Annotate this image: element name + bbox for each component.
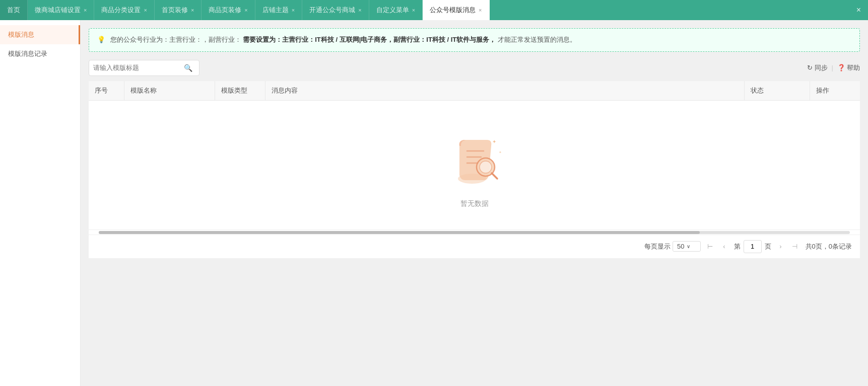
tab-home-label: 首页 <box>7 6 20 15</box>
sidebar: 模版消息 模版消息记录 <box>0 20 81 386</box>
sync-icon: ↻ <box>807 64 813 71</box>
sync-label: 同步 <box>815 63 828 72</box>
next-page-button[interactable]: › <box>774 240 787 253</box>
page-input[interactable] <box>744 240 762 253</box>
tab-category-settings-label: 商品分类设置 <box>101 6 141 15</box>
scroll-track <box>99 231 850 234</box>
sync-button[interactable]: ↻ 同步 <box>807 63 828 72</box>
tab-home-decoration-label: 首页装修 <box>162 6 188 15</box>
svg-line-6 <box>492 173 497 179</box>
table-body: ✦ ✦ 暂无数据 <box>89 100 860 228</box>
help-button[interactable]: ❓ 帮助 <box>837 63 860 72</box>
first-page-button[interactable]: ⊢ <box>704 240 717 253</box>
table-wrapper: 序号 模版名称 模版类型 消息内容 状态 <box>89 81 860 235</box>
main-layout: 模版消息 模版消息记录 💡 您的公众号行业为：主营行业：，副营行业： 需要设置为… <box>0 20 868 386</box>
sidebar-item-template-msg-label: 模版消息 <box>8 31 34 38</box>
scroll-thumb[interactable] <box>99 231 700 234</box>
svg-text:✦: ✦ <box>492 139 496 144</box>
sidebar-item-template-msg[interactable]: 模版消息 <box>0 25 80 44</box>
last-page-button[interactable]: ⊣ <box>788 240 802 253</box>
tab-home[interactable]: 首页 <box>0 0 28 20</box>
col-header-action: 操作 <box>810 81 860 101</box>
tab-custom-menu[interactable]: 自定义菜单 × <box>369 0 423 20</box>
tab-template-msg-label: 公众号模版消息 <box>430 6 476 15</box>
tab-category-settings-close[interactable]: × <box>144 8 147 13</box>
tab-home-decoration[interactable]: 首页装修 × <box>155 0 202 20</box>
page-size-select: 每页显示 50 ∨ <box>644 241 700 252</box>
col-header-index: 序号 <box>89 81 124 101</box>
content-area: 💡 您的公众号行业为：主营行业：，副营行业： 需要设置为：主营行业：IT科技 /… <box>81 20 868 386</box>
help-icon: ❓ <box>837 64 845 71</box>
tab-product-decoration-close[interactable]: × <box>244 8 247 13</box>
page-unit: 页 <box>765 242 771 251</box>
page-size-value: 50 <box>677 243 684 250</box>
data-table: 序号 模版名称 模版类型 消息内容 状态 <box>89 81 860 228</box>
tab-shop-theme-close[interactable]: × <box>292 8 295 13</box>
tab-bar: 首页 微商城店铺设置 × 商品分类设置 × 首页装修 × 商品页装修 × 店铺主… <box>0 0 868 20</box>
notice-prefix: 您的公众号行业为：主营行业：，副营行业： <box>110 36 241 43</box>
tab-open-mall-label: 开通公众号商城 <box>309 6 355 15</box>
notice-icon: 💡 <box>97 36 105 43</box>
page-nav: ⊢ ‹ 第 页 › ⊣ 共0页，0条记录 <box>704 240 852 253</box>
tab-shop-settings[interactable]: 微商城店铺设置 × <box>28 0 94 20</box>
tab-shop-theme[interactable]: 店铺主题 × <box>255 0 302 20</box>
page-total: 共0页，0条记录 <box>806 242 852 251</box>
tab-product-decoration-label: 商品页装修 <box>209 6 241 15</box>
prev-page-button[interactable]: ‹ <box>718 240 731 253</box>
search-input[interactable] <box>93 60 184 75</box>
svg-text:✦: ✦ <box>499 150 502 154</box>
tab-template-msg[interactable]: 公众号模版消息 × <box>423 0 489 20</box>
empty-illustration: ✦ ✦ <box>444 131 505 191</box>
tab-open-mall-close[interactable]: × <box>358 8 361 13</box>
search-actions: ↻ 同步 | ❓ 帮助 <box>807 63 860 72</box>
table-header-row: 序号 模版名称 模版类型 消息内容 状态 <box>89 81 860 101</box>
empty-row: ✦ ✦ 暂无数据 <box>89 100 860 228</box>
page-size-dropdown[interactable]: 50 ∨ <box>673 241 700 252</box>
empty-state: ✦ ✦ 暂无数据 <box>89 101 860 228</box>
col-header-name: 模版名称 <box>124 81 215 101</box>
tab-custom-menu-close[interactable]: × <box>412 8 415 13</box>
empty-text: 暂无数据 <box>89 199 860 208</box>
action-divider: | <box>832 64 833 71</box>
tab-shop-settings-close[interactable]: × <box>84 8 87 13</box>
horizontal-scrollbar[interactable] <box>89 229 860 235</box>
search-button[interactable]: 🔍 <box>184 64 192 72</box>
col-header-status: 状态 <box>744 81 810 101</box>
tab-category-settings[interactable]: 商品分类设置 × <box>94 0 154 20</box>
notice-suffix: 才能正常发送预置的消息。 <box>498 36 576 43</box>
col-header-content: 消息内容 <box>265 81 744 101</box>
tab-shop-theme-label: 店铺主题 <box>262 6 289 15</box>
sidebar-item-template-msg-record-label: 模版消息记录 <box>8 50 47 57</box>
help-label: 帮助 <box>847 63 860 72</box>
sidebar-item-template-msg-record[interactable]: 模版消息记录 <box>0 44 80 63</box>
col-header-type: 模版类型 <box>215 81 265 101</box>
tab-open-mall[interactable]: 开通公众号商城 × <box>302 0 369 20</box>
chevron-down-icon: ∨ <box>687 244 690 249</box>
search-bar: 🔍 ↻ 同步 | ❓ 帮助 <box>89 60 860 76</box>
notice-highlight: 需要设置为：主营行业：IT科技 / 互联网|电子商务，副营行业：IT科技 / I… <box>243 36 496 43</box>
page-size-label: 每页显示 <box>644 242 671 251</box>
notice-banner: 💡 您的公众号行业为：主营行业：，副营行业： 需要设置为：主营行业：IT科技 /… <box>89 28 860 52</box>
tab-product-decoration[interactable]: 商品页装修 × <box>202 0 255 20</box>
search-input-wrap: 🔍 <box>89 60 199 76</box>
tab-home-decoration-close[interactable]: × <box>191 8 194 13</box>
svg-point-5 <box>480 161 492 173</box>
tab-custom-menu-label: 自定义菜单 <box>376 6 409 15</box>
tab-shop-settings-label: 微商城店铺设置 <box>35 6 81 15</box>
tab-template-msg-close[interactable]: × <box>479 8 482 13</box>
tab-bar-close-all[interactable]: × <box>849 6 868 15</box>
page-label: 第 <box>734 242 741 251</box>
pagination: 每页显示 50 ∨ ⊢ ‹ 第 页 › ⊣ 共0页，0条记录 <box>89 235 860 258</box>
